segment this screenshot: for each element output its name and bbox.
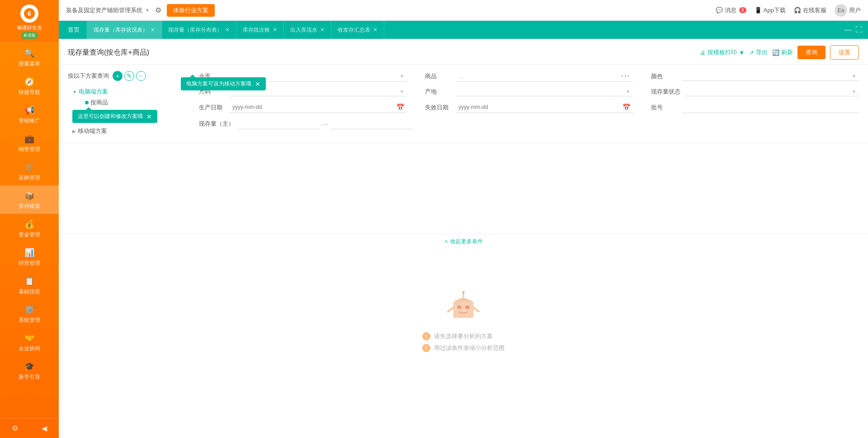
sidebar-item-operations[interactable]: 📊 经营管理 xyxy=(0,242,59,271)
stock-main-range: — xyxy=(238,118,413,129)
tab-inout-flow[interactable]: 出入库流水 ✕ xyxy=(284,21,331,39)
goods-select[interactable]: ... ••• xyxy=(456,71,633,82)
tab-bar: 首页 现存量（库存状况表） ✕ 现存量（库存分布表） ✕ 库存批次账 ✕ 出入库… xyxy=(59,21,868,39)
svg-rect-3 xyxy=(458,306,462,309)
stock-status-label: 现存量状态 xyxy=(651,88,680,96)
reset-button[interactable]: 设置 xyxy=(830,45,859,60)
collapse-bar[interactable]: ∧ 收起更多条件 xyxy=(59,234,868,249)
tab-label: 库存批次账 xyxy=(243,26,270,34)
origin-select[interactable]: ▼ xyxy=(456,87,633,96)
scheme-expand-icon: ▼ xyxy=(72,89,77,94)
filter-area: 按以下方案查询 + ✎ ← 电脑方案可设为移动方案哦 ✕ ▼ 电脑端方案 xyxy=(59,65,868,143)
search-menu-icon: 🔍 xyxy=(24,48,34,58)
sidebar-item-enterprise[interactable]: 🤝 企业协同 xyxy=(0,328,59,356)
sidebar-item-guide[interactable]: 🎓 新手引导 xyxy=(0,356,59,385)
print-button[interactable]: 🖨 按模板打印 ▼ xyxy=(700,48,745,57)
tab-inventory-status[interactable]: 现存量（库存状况表） ✕ xyxy=(87,21,162,39)
industry-solution-button[interactable]: 体验行业方案 xyxy=(167,4,215,17)
export-button[interactable]: ↗ 导出 xyxy=(749,48,768,57)
scheme-desktop-label: 电脑端方案 xyxy=(79,88,108,96)
sidebar-item-system[interactable]: ⚙️ 系统管理 xyxy=(0,299,59,328)
sidebar-logo: 6 畅通好生意 标准版 xyxy=(0,0,59,43)
tab-close-icon[interactable]: ✕ xyxy=(373,27,377,33)
filter-add-btn[interactable]: + xyxy=(113,71,123,81)
sidebar-item-label: 库存核算 xyxy=(19,203,40,210)
batch-input[interactable] xyxy=(682,102,859,113)
calendar-icon: 📅 xyxy=(396,104,404,111)
sidebar-item-finance[interactable]: 💰 资金管理 xyxy=(0,214,59,242)
notification-action[interactable]: 💬 消息 6 xyxy=(716,6,746,14)
chevron-down-icon: ▼ xyxy=(852,89,856,94)
tab-home[interactable]: 首页 xyxy=(61,21,87,39)
tab-label: 收发存汇总表 xyxy=(338,26,370,34)
sales-icon: 💼 xyxy=(24,134,34,144)
marketing-icon: 📢 xyxy=(24,105,34,115)
sidebar-item-purchase[interactable]: 🛒 采购管理 xyxy=(0,157,59,185)
tooltip-text: 电脑方案可设为移动方案哦 xyxy=(186,80,251,88)
logo-text: 畅通好生意 xyxy=(17,24,42,31)
chevron-down-icon: ▼ xyxy=(626,89,630,94)
user-avatar: Ea xyxy=(835,4,847,17)
sidebar-item-basic-info[interactable]: 📋 基础信息 xyxy=(0,271,59,299)
sidebar-collapse-btn[interactable]: ◀ xyxy=(38,422,51,434)
search-button[interactable]: 查询 xyxy=(797,46,826,59)
tab-close-icon[interactable]: ✕ xyxy=(225,27,230,33)
basic-info-icon: 📋 xyxy=(24,276,34,286)
tab-maximize-icon[interactable]: ⛶ xyxy=(855,26,863,34)
expire-date-field[interactable] xyxy=(458,104,623,110)
tab-inventory-dist[interactable]: 现存量（库存分布表） ✕ xyxy=(162,21,236,39)
prod-date-input[interactable]: 📅 xyxy=(230,102,407,113)
tip-num-1: 1 xyxy=(422,332,430,340)
online-support-action[interactable]: 🎧 在线客服 xyxy=(794,6,826,14)
chevron-down-icon: ▼ xyxy=(400,89,404,94)
stock-status-select[interactable]: ▼ xyxy=(684,87,859,96)
goods-more-icon[interactable]: ••• xyxy=(621,73,630,80)
prod-date-field[interactable] xyxy=(232,104,396,110)
scheme-dot-icon xyxy=(85,101,89,104)
filter-row-prod-date: 生产日期 📅 xyxy=(199,102,407,113)
svg-point-6 xyxy=(462,292,464,294)
user-action[interactable]: Ea 用户 xyxy=(835,4,861,17)
stock-main-min[interactable] xyxy=(238,118,320,129)
tab-close-icon[interactable]: ✕ xyxy=(151,27,155,33)
filter-left-arrow-btn[interactable]: ← xyxy=(136,71,146,81)
tab-batch-ledger[interactable]: 库存批次账 ✕ xyxy=(236,21,284,39)
tab-label: 现存量（库存分布表） xyxy=(168,26,222,34)
scheme-by-goods[interactable]: 按商品 xyxy=(85,97,108,108)
refresh-button[interactable]: 🔄 刷新 xyxy=(772,48,793,57)
app-download-action[interactable]: 📱 App下载 xyxy=(755,6,786,14)
sidebar-item-inventory[interactable]: 📦 库存核算 xyxy=(0,185,59,214)
filter-edit-btn[interactable]: ✎ xyxy=(124,71,134,81)
tooltip-close-icon[interactable]: ✕ xyxy=(255,80,260,88)
svg-rect-2 xyxy=(453,301,474,318)
header-settings-icon[interactable]: ⚙ xyxy=(155,6,161,14)
sidebar-item-quick-nav[interactable]: 🧭 快捷导航 xyxy=(0,71,59,100)
sidebar-settings-btn[interactable]: ⚙ xyxy=(8,422,22,434)
tip-text-2: 用过滤条件来缩小分析范围 xyxy=(434,344,505,352)
main-area: 装备及固定资产辅助管理系统 ▼ ⚙ 体验行业方案 💬 消息 6 📱 App下载 … xyxy=(59,0,868,438)
tab-close-icon[interactable]: ✕ xyxy=(320,27,325,33)
quick-nav-icon: 🧭 xyxy=(24,77,34,87)
empty-state: 1 请先选择要分析的方案 2 用过滤条件来缩小分析范围 xyxy=(59,249,868,392)
expire-date-input[interactable]: 📅 xyxy=(456,102,633,113)
system-title-select[interactable]: 装备及固定资产辅助管理系统 ▼ xyxy=(66,6,150,14)
sidebar-item-marketing[interactable]: 📢 营销推广 xyxy=(0,100,59,128)
user-label: 用户 xyxy=(849,6,861,14)
sidebar-item-search-menu[interactable]: 🔍 搜索菜单 xyxy=(0,43,59,71)
tab-minimize-icon[interactable]: — xyxy=(844,26,852,34)
tooltip2-close-icon[interactable]: ✕ xyxy=(146,113,152,120)
headset-icon: 🎧 xyxy=(794,7,801,14)
tab-receive-summary[interactable]: 收发存汇总表 ✕ xyxy=(331,21,384,39)
svg-text:6: 6 xyxy=(28,10,31,17)
purchase-icon: 🛒 xyxy=(24,162,34,172)
tab-label: 现存量（库存状况表） xyxy=(94,26,148,34)
sidebar-item-sales[interactable]: 💼 销售管理 xyxy=(0,128,59,157)
tab-close-icon[interactable]: ✕ xyxy=(273,27,277,33)
color-select[interactable]: ▼ xyxy=(682,72,859,81)
filter-row-expire-date: 失效日期 📅 xyxy=(425,102,633,113)
header-right: 💬 消息 6 📱 App下载 🎧 在线客服 Ea 用户 xyxy=(716,4,861,17)
chevron-down-icon: ▼ xyxy=(145,8,150,13)
stock-main-max[interactable] xyxy=(331,118,413,129)
goods-placeholder: ... xyxy=(458,73,463,80)
empty-tip-1: 1 请先选择要分析的方案 xyxy=(422,332,505,340)
